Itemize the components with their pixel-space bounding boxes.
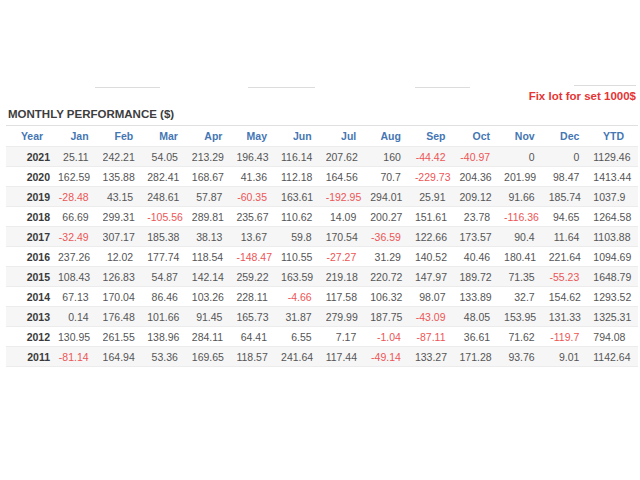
value-cell: 1037.9	[593, 187, 638, 207]
value-cell: 242.21	[103, 147, 148, 167]
divider-line	[574, 85, 636, 86]
year-cell: 2017	[6, 227, 58, 247]
value-cell: 31.87	[281, 307, 326, 327]
value-cell: 173.57	[459, 227, 504, 247]
value-cell: 1103.88	[593, 227, 638, 247]
value-cell: 133.27	[415, 347, 460, 367]
value-cell: 98.47	[549, 167, 594, 187]
value-cell: 13.67	[236, 227, 281, 247]
year-cell: 2015	[6, 267, 58, 287]
value-cell: 133.89	[459, 287, 504, 307]
table-row-2014: 201467.13170.0486.46103.26228.11-4.66117…	[6, 287, 638, 307]
value-cell: -4.66	[281, 287, 326, 307]
value-cell: 116.14	[281, 147, 326, 167]
year-cell: 2013	[6, 307, 58, 327]
value-cell: -40.97	[459, 147, 504, 167]
value-cell: 177.74	[147, 247, 192, 267]
value-cell: 168.67	[192, 167, 237, 187]
value-cell: 196.43	[236, 147, 281, 167]
value-cell: 1293.52	[593, 287, 638, 307]
value-cell: 71.35	[504, 267, 549, 287]
value-cell: 284.11	[192, 327, 237, 347]
value-cell: 94.65	[549, 207, 594, 227]
value-cell: 307.17	[103, 227, 148, 247]
year-cell: 2011	[6, 347, 58, 367]
value-cell: 91.45	[192, 307, 237, 327]
value-cell: 1413.44	[593, 167, 638, 187]
table-row-2013: 20130.14176.48101.6691.45165.7331.87279.…	[6, 307, 638, 327]
value-cell: 213.29	[192, 147, 237, 167]
value-cell: 110.62	[281, 207, 326, 227]
value-cell: 138.96	[147, 327, 192, 347]
value-cell: 64.41	[236, 327, 281, 347]
divider-line	[248, 87, 315, 88]
value-cell: 170.04	[103, 287, 148, 307]
value-cell: 67.13	[58, 287, 103, 307]
value-cell: 103.26	[192, 287, 237, 307]
value-cell: 6.55	[281, 327, 326, 347]
value-cell: 221.64	[549, 247, 594, 267]
value-cell: 279.99	[326, 307, 371, 327]
value-cell: 201.99	[504, 167, 549, 187]
value-cell: 40.46	[459, 247, 504, 267]
value-cell: 169.65	[192, 347, 237, 367]
value-cell: -119.7	[549, 327, 594, 347]
value-cell: 164.56	[326, 167, 371, 187]
value-cell: 1094.69	[593, 247, 638, 267]
value-cell: -1.04	[370, 327, 415, 347]
value-cell: 147.97	[415, 267, 460, 287]
value-cell: 189.72	[459, 267, 504, 287]
value-cell: 282.41	[147, 167, 192, 187]
value-cell: 14.09	[326, 207, 371, 227]
value-cell: 36.61	[459, 327, 504, 347]
table-row-2017: 2017-32.49307.17185.3838.1313.6759.8170.…	[6, 227, 638, 247]
value-cell: -44.42	[415, 147, 460, 167]
monthly-performance-table: YearJanFebMarAprMayJunJulAugSepOctNovDec…	[6, 125, 638, 367]
column-header-ytd: YTD	[593, 126, 638, 147]
value-cell: 70.7	[370, 167, 415, 187]
value-cell: 38.13	[192, 227, 237, 247]
value-cell: 117.58	[326, 287, 371, 307]
value-cell: 54.87	[147, 267, 192, 287]
column-header-nov: Nov	[504, 126, 549, 147]
column-header-apr: Apr	[192, 126, 237, 147]
table-row-2012: 2012130.95261.55138.96284.1164.416.557.1…	[6, 327, 638, 347]
value-cell: 25.91	[415, 187, 460, 207]
value-cell: 164.94	[103, 347, 148, 367]
value-cell: 54.05	[147, 147, 192, 167]
value-cell: -229.73	[415, 167, 460, 187]
value-cell: 237.26	[58, 247, 103, 267]
value-cell: 112.18	[281, 167, 326, 187]
value-cell: 160	[370, 147, 415, 167]
value-cell: 171.28	[459, 347, 504, 367]
value-cell: 131.33	[549, 307, 594, 327]
value-cell: -27.27	[326, 247, 371, 267]
value-cell: 180.41	[504, 247, 549, 267]
value-cell: 299.31	[103, 207, 148, 227]
value-cell: 209.12	[459, 187, 504, 207]
value-cell: 57.87	[192, 187, 237, 207]
value-cell: 126.83	[103, 267, 148, 287]
value-cell: 220.72	[370, 267, 415, 287]
value-cell: 11.64	[549, 227, 594, 247]
column-header-jun: Jun	[281, 126, 326, 147]
value-cell: 118.54	[192, 247, 237, 267]
value-cell: 0	[504, 147, 549, 167]
value-cell: 261.55	[103, 327, 148, 347]
value-cell: 154.62	[549, 287, 594, 307]
column-header-jul: Jul	[326, 126, 371, 147]
value-cell: 163.61	[281, 187, 326, 207]
value-cell: 32.7	[504, 287, 549, 307]
value-cell: 90.4	[504, 227, 549, 247]
table-row-2019: 2019-28.4843.15248.6157.87-60.35163.61-1…	[6, 187, 638, 207]
value-cell: 176.48	[103, 307, 148, 327]
value-cell: -36.59	[370, 227, 415, 247]
column-header-feb: Feb	[103, 126, 148, 147]
value-cell: 122.66	[415, 227, 460, 247]
table-row-2018: 201866.69299.31-105.56289.81235.67110.62…	[6, 207, 638, 227]
value-cell: 71.62	[504, 327, 549, 347]
table-row-2015: 2015108.43126.8354.87142.14259.22163.592…	[6, 267, 638, 287]
year-cell: 2018	[6, 207, 58, 227]
value-cell: 241.64	[281, 347, 326, 367]
value-cell: 130.95	[58, 327, 103, 347]
